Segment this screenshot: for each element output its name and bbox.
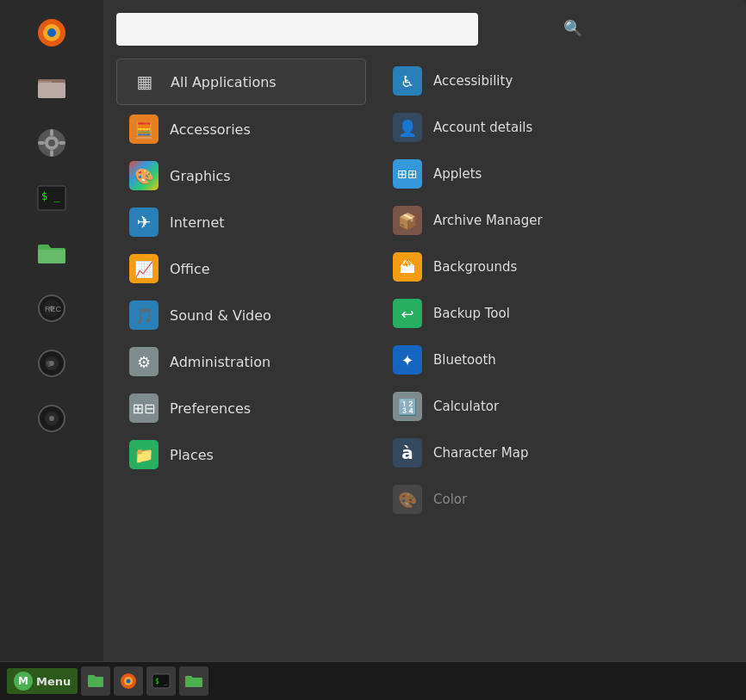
svg-point-2 — [47, 28, 56, 37]
category-label-places: Places — [170, 447, 214, 463]
svg-text:©: © — [47, 360, 53, 369]
app-icon-color: 🎨 — [392, 484, 423, 515]
app-label-applets: Applets — [433, 166, 482, 182]
places-icon: 📁 — [129, 440, 159, 469]
mint-logo: M — [14, 672, 33, 691]
app-label-archive-manager: Archive Manager — [433, 213, 543, 228]
app-item-color[interactable]: 🎨 Color — [383, 477, 733, 522]
app-label-accessibility: Accessibility — [433, 73, 513, 89]
firefox-icon[interactable] — [28, 9, 76, 57]
app-label-color: Color — [433, 492, 467, 507]
svg-rect-11 — [38, 141, 45, 145]
svg-rect-12 — [59, 141, 65, 145]
app-icon-backgrounds: 🏔 — [392, 251, 423, 282]
right-column: ♿ Accessibility 👤 Account details ⊞⊞ App… — [375, 59, 733, 648]
category-icon-places: 📁 — [128, 439, 159, 470]
taskbar-firefox-button[interactable] — [114, 666, 143, 696]
svg-text:$ _: $ _ — [155, 678, 168, 685]
svg-rect-9 — [50, 129, 53, 136]
category-label-internet: Internet — [170, 214, 225, 231]
app-item-calculator[interactable]: 🔢 Calculator — [383, 384, 733, 429]
backgrounds-icon: 🏔 — [393, 252, 422, 282]
accessibility-icon: ♿ — [393, 66, 422, 96]
account-details-icon: 👤 — [393, 113, 422, 142]
svg-point-28 — [127, 679, 131, 684]
category-icon-administration: ⚙ — [128, 346, 159, 377]
category-label-accessories: Accessories — [170, 121, 251, 138]
app-label-backup-tool: Backup Tool — [433, 306, 510, 321]
svg-point-8 — [48, 139, 55, 146]
app-item-accessibility[interactable]: ♿ Accessibility — [383, 59, 733, 103]
calculator-icon: 🔢 — [393, 392, 422, 421]
folder-icon[interactable] — [28, 229, 76, 277]
category-label-administration: Administration — [170, 354, 270, 370]
category-item-office[interactable]: 📈 Office — [116, 246, 366, 291]
content-area: 🔍 ▦ All Applications 🧮 Accessories 🎨 Gra… — [103, 0, 746, 661]
app-icon-account-details: 👤 — [392, 112, 423, 143]
app-icon-calculator: 🔢 — [392, 391, 423, 422]
app-label-bluetooth: Bluetooth — [433, 352, 496, 368]
soundvideo-icon: 🎵 — [129, 300, 159, 330]
power-icon[interactable] — [28, 394, 76, 443]
category-icon-preferences: ⊞⊟ — [128, 393, 159, 424]
category-label-preferences: Preferences — [170, 400, 251, 417]
category-item-accessories[interactable]: 🧮 Accessories — [116, 107, 366, 152]
columns-wrap: ▦ All Applications 🧮 Accessories 🎨 Graph… — [116, 59, 733, 648]
category-item-all[interactable]: ▦ All Applications — [116, 59, 366, 105]
dvd-icon[interactable]: REC — [28, 284, 76, 332]
app-label-calculator: Calculator — [433, 399, 499, 414]
app-item-archive-manager[interactable]: 📦 Archive Manager — [383, 198, 733, 243]
category-item-places[interactable]: 📁 Places — [116, 432, 366, 477]
category-icon-soundvideo: 🎵 — [128, 300, 159, 331]
category-item-soundvideo[interactable]: 🎵 Sound & Video — [116, 293, 366, 338]
app-item-backup-tool[interactable]: ↩ Backup Tool — [383, 291, 733, 336]
search-icon: 🔍 — [563, 19, 582, 37]
app-icon-accessibility: ♿ — [392, 65, 423, 96]
filemanager-icon[interactable] — [28, 64, 76, 112]
category-item-preferences[interactable]: ⊞⊟ Preferences — [116, 386, 366, 431]
svg-text:REC: REC — [45, 305, 62, 313]
bluetooth-icon: ✦ — [393, 345, 422, 375]
category-all-label: All Applications — [171, 74, 277, 90]
category-label-office: Office — [170, 261, 210, 277]
administration-icon: ⚙ — [129, 347, 159, 376]
archive-manager-icon: 📦 — [393, 206, 422, 235]
app-item-bluetooth[interactable]: ✦ Bluetooth — [383, 338, 733, 382]
app-item-character-map[interactable]: à Character Map — [383, 431, 733, 475]
terminal-icon[interactable]: $ _ — [28, 174, 76, 222]
color-icon: 🎨 — [393, 485, 422, 514]
taskbar-terminal-button[interactable]: $ _ — [146, 666, 176, 696]
app-label-backgrounds: Backgrounds — [433, 259, 517, 275]
category-icon-internet: ✈ — [128, 207, 159, 238]
taskbar-folder-button[interactable] — [179, 666, 208, 696]
category-label-soundvideo: Sound & Video — [170, 307, 271, 324]
left-column: ▦ All Applications 🧮 Accessories 🎨 Graph… — [116, 59, 375, 648]
taskbar-menu-button[interactable]: M Menu — [7, 668, 78, 694]
app-item-account-details[interactable]: 👤 Account details — [383, 105, 733, 150]
app-icon-backup-tool: ↩ — [392, 298, 423, 329]
taskbar-filemanager-button[interactable] — [81, 666, 110, 696]
backup-tool-icon: ↩ — [393, 299, 422, 328]
app-icon-applets: ⊞⊞ — [392, 158, 423, 189]
search-input[interactable] — [116, 13, 478, 46]
search-bar-wrap: 🔍 — [116, 13, 733, 46]
applets-icon: ⊞⊞ — [393, 159, 422, 189]
category-item-administration[interactable]: ⚙ Administration — [116, 339, 366, 384]
menu-label: Menu — [36, 675, 71, 688]
category-item-graphics[interactable]: 🎨 Graphics — [116, 153, 366, 198]
category-label-graphics: Graphics — [170, 168, 231, 184]
app-item-applets[interactable]: ⊞⊞ Applets — [383, 152, 733, 196]
app-item-backgrounds[interactable]: 🏔 Backgrounds — [383, 245, 733, 289]
svg-point-25 — [49, 416, 54, 421]
media-icon[interactable]: © — [28, 339, 76, 387]
settings-icon[interactable] — [28, 119, 76, 167]
taskbar: M Menu $ _ — [0, 661, 746, 700]
svg-text:$ _: $ _ — [41, 190, 60, 202]
app-label-character-map: Character Map — [433, 445, 528, 461]
app-icon-character-map: à — [392, 437, 423, 468]
graphics-icon: 🎨 — [129, 161, 159, 190]
category-icon-office: 📈 — [128, 253, 159, 284]
app-icon-archive-manager: 📦 — [392, 205, 423, 236]
category-item-internet[interactable]: ✈ Internet — [116, 200, 366, 245]
accessories-icon: 🧮 — [129, 115, 159, 144]
